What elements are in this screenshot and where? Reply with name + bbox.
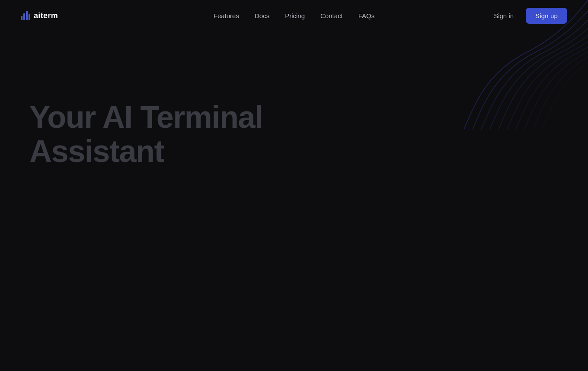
nav-link-docs[interactable]: Docs: [255, 12, 269, 19]
navbar: aiterm Features Docs Pricing Contact FAQ…: [0, 0, 588, 31]
logo-bar-1: [21, 16, 22, 20]
logo-bar-4: [29, 14, 30, 20]
hero-title: Your AI Terminal Assistant: [29, 100, 289, 168]
nav-link-contact[interactable]: Contact: [320, 12, 343, 19]
logo-link[interactable]: aiterm: [21, 11, 58, 20]
hero-section: Your AI Terminal Assistant: [0, 31, 588, 168]
logo-icon: [21, 11, 30, 20]
hero-title-line2: Assistant: [29, 134, 164, 168]
sign-in-button[interactable]: Sign in: [489, 9, 519, 23]
nav-link-pricing[interactable]: Pricing: [285, 12, 305, 19]
logo-text: aiterm: [34, 11, 58, 20]
nav-actions: Sign in Sign up: [489, 8, 567, 24]
nav-link-features[interactable]: Features: [214, 12, 239, 19]
nav-links: Features Docs Pricing Contact FAQs: [214, 12, 374, 19]
hero-title-line1: Your AI Terminal: [29, 100, 263, 134]
logo-bar-3: [26, 11, 28, 20]
nav-link-faqs[interactable]: FAQs: [358, 12, 375, 19]
logo-bar-2: [23, 13, 25, 20]
sign-up-button[interactable]: Sign up: [526, 8, 567, 24]
